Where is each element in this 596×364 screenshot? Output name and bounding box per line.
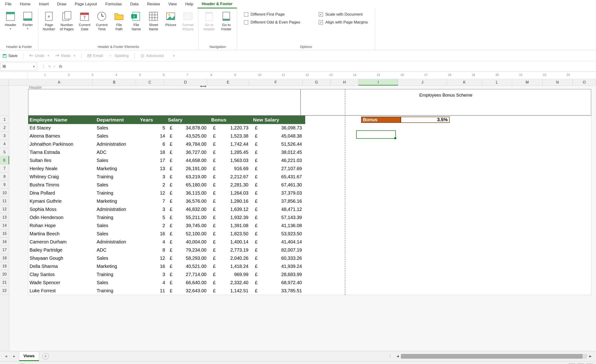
cell-new-salary[interactable]: £28,683.99 bbox=[252, 272, 305, 277]
th-bonus[interactable]: Bonus bbox=[210, 116, 252, 124]
scroll-left-icon[interactable]: ◄ bbox=[394, 354, 401, 358]
column-header-E[interactable]: E bbox=[207, 79, 249, 85]
row-header-18[interactable]: 18 bbox=[0, 254, 9, 262]
cell-new-salary[interactable]: £45,048.38 bbox=[252, 133, 305, 139]
cell-years[interactable]: 16 bbox=[139, 264, 166, 269]
column-header-L[interactable]: L bbox=[482, 79, 512, 85]
cell-years[interactable]: 3 bbox=[139, 174, 166, 179]
row-header-1[interactable]: 1 bbox=[0, 115, 9, 124]
row-header-16[interactable]: 16 bbox=[0, 238, 9, 246]
cell-dept[interactable]: Sales bbox=[95, 182, 139, 188]
row-header-8[interactable]: 8 bbox=[0, 172, 9, 181]
cell-years[interactable]: 3 bbox=[139, 272, 166, 277]
row-header-10[interactable]: 10 bbox=[0, 189, 9, 197]
cell-bonus[interactable]: £916.69 bbox=[210, 166, 252, 171]
cell-bonus[interactable]: £1,220.73 bbox=[210, 125, 252, 131]
cell-name[interactable]: Aleena Barnes bbox=[28, 133, 95, 139]
cell-salary[interactable]: £36,115.00 bbox=[166, 190, 210, 196]
cell-years[interactable]: 3 bbox=[139, 207, 166, 212]
picture-button[interactable]: Picture bbox=[163, 10, 179, 28]
cell-dept[interactable]: Marketing bbox=[95, 166, 139, 171]
cell-name[interactable]: Ed Stacey bbox=[28, 125, 95, 131]
cell-salary[interactable]: £65,180.00 bbox=[166, 182, 210, 188]
cell-bonus[interactable]: £1,400.14 bbox=[210, 239, 252, 245]
row-header-12[interactable]: 12 bbox=[0, 205, 9, 213]
cell-dept[interactable]: Administration bbox=[95, 207, 139, 212]
cell-new-salary[interactable]: £36,098.73 bbox=[252, 125, 305, 131]
column-header-K[interactable]: K bbox=[447, 79, 482, 85]
cell-dept[interactable]: Marketing bbox=[95, 199, 139, 204]
cell-years[interactable]: 14 bbox=[139, 133, 166, 139]
cell-new-salary[interactable]: £46,221.03 bbox=[252, 158, 305, 163]
column-header-O[interactable]: O bbox=[573, 79, 596, 85]
cell-new-salary[interactable]: £33,785.51 bbox=[252, 288, 305, 293]
cell-new-salary[interactable]: £51,526.44 bbox=[252, 141, 305, 147]
cell-new-salary[interactable]: £37,856.16 bbox=[252, 199, 305, 204]
horizontal-scrollbar[interactable] bbox=[401, 354, 587, 359]
align-with-margins-checkbox[interactable]: ✓Align with Page Margins bbox=[319, 20, 368, 25]
column-header-H[interactable]: H bbox=[331, 79, 358, 85]
cell-years[interactable]: 12 bbox=[139, 256, 166, 261]
bonus-value-cell[interactable]: 3.5% bbox=[401, 117, 450, 123]
cell-name[interactable]: Tiarna Estrada bbox=[28, 150, 95, 155]
cell-years[interactable]: 13 bbox=[139, 166, 166, 171]
cell-name[interactable]: Henley Neale bbox=[28, 166, 95, 171]
chevron-down-icon[interactable]: ▼ bbox=[172, 54, 175, 57]
tab-help[interactable]: Help bbox=[181, 0, 198, 8]
row-header-17[interactable]: 17 bbox=[0, 246, 9, 254]
cell-dept[interactable]: Sales bbox=[95, 223, 139, 228]
tab-file[interactable]: File bbox=[1, 0, 15, 8]
cell-salary[interactable]: £49,784.00 bbox=[166, 141, 210, 147]
sheet-name-button[interactable]: Sheet Name bbox=[145, 10, 162, 32]
cell-years[interactable]: 17 bbox=[139, 158, 166, 163]
current-date-button[interactable]: 7Current Date bbox=[76, 10, 93, 32]
th-dept[interactable]: Department bbox=[95, 116, 139, 124]
file-name-button[interactable]: XFile Name bbox=[128, 10, 144, 32]
cell-salary[interactable]: £46,832.00 bbox=[166, 207, 210, 212]
cell-name[interactable]: Sultan Iles bbox=[28, 158, 95, 163]
row-header-4[interactable]: 4 bbox=[0, 140, 9, 148]
cell-new-salary[interactable]: £41,136.08 bbox=[252, 223, 305, 228]
footer-button[interactable]: Footer ▼ bbox=[20, 10, 36, 31]
cell-salary[interactable]: £43,525.00 bbox=[166, 133, 210, 139]
cell-bonus[interactable]: £2,212.67 bbox=[210, 174, 252, 179]
scroll-right-icon[interactable]: ► bbox=[587, 354, 594, 358]
tab-data[interactable]: Data bbox=[126, 0, 143, 8]
bonus-label-cell[interactable]: Bonus bbox=[361, 117, 401, 123]
cell-years[interactable]: 16 bbox=[139, 231, 166, 237]
cell-new-salary[interactable]: £41,404.14 bbox=[252, 239, 305, 245]
cell-salary[interactable]: £40,521.00 bbox=[166, 264, 210, 269]
row-header-19[interactable]: 19 bbox=[0, 262, 9, 270]
cell-years[interactable]: 7 bbox=[139, 199, 166, 204]
cell-salary[interactable]: £27,714.00 bbox=[166, 272, 210, 277]
header-left-section[interactable] bbox=[28, 89, 301, 115]
tab-draw[interactable]: Draw bbox=[53, 0, 71, 8]
formula-input[interactable] bbox=[65, 63, 596, 71]
th-new-salary[interactable]: New Salary bbox=[252, 116, 305, 124]
save-button[interactable]: Save bbox=[2, 53, 17, 58]
cell-name[interactable]: Johnathon Parkinson bbox=[28, 141, 95, 147]
tab-page-layout[interactable]: Page Layout bbox=[71, 0, 101, 8]
cell-salary[interactable]: £36,727.00 bbox=[166, 150, 210, 155]
row-header-20[interactable]: 20 bbox=[0, 270, 9, 278]
cell-dept[interactable]: Sales bbox=[95, 231, 139, 237]
cell-salary[interactable]: £40,004.00 bbox=[166, 239, 210, 245]
cell-years[interactable]: 5 bbox=[139, 215, 166, 220]
select-all-triangle[interactable] bbox=[0, 79, 9, 86]
cell-new-salary[interactable]: £41,939.24 bbox=[252, 264, 305, 269]
cell-name[interactable]: Odin Henderson bbox=[28, 215, 95, 220]
cell-new-salary[interactable]: £67,461.30 bbox=[252, 182, 305, 188]
tab-home[interactable]: Home bbox=[15, 0, 34, 8]
goto-footer-button[interactable]: Go to Footer bbox=[218, 10, 234, 32]
cell-new-salary[interactable]: £57,143.39 bbox=[252, 215, 305, 220]
undo-button[interactable]: Undo▼ bbox=[29, 53, 50, 58]
cell-years[interactable]: 18 bbox=[139, 150, 166, 155]
cell-dept[interactable]: Administration bbox=[95, 141, 139, 147]
cell-new-salary[interactable]: £37,379.03 bbox=[252, 190, 305, 196]
fx-icon[interactable]: fx bbox=[59, 64, 65, 69]
column-header-B[interactable]: B bbox=[93, 79, 136, 85]
tab-insert[interactable]: Insert bbox=[35, 0, 53, 8]
cancel-icon[interactable]: ✕ bbox=[48, 64, 51, 69]
cell-bonus[interactable]: £2,773.19 bbox=[210, 247, 252, 253]
cell-bonus[interactable]: £1,639.12 bbox=[210, 207, 252, 212]
